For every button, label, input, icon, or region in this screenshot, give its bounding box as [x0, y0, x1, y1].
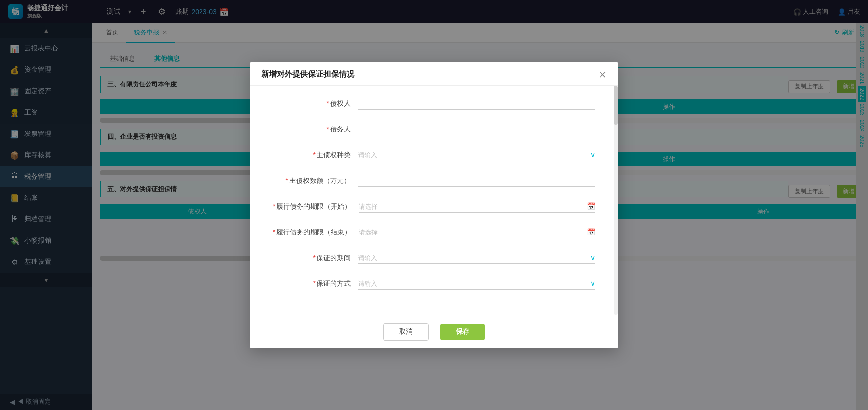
field-creditor[interactable]: [358, 98, 595, 110]
dialog-body: *债权人*债务人*主债权种类∨*主债权数额（万元）*履行债务的期限（开始）📅*履…: [250, 86, 618, 315]
form-row-period_end: *履行债务的期限（结束）📅: [273, 226, 595, 238]
form-row-claim_amount: *主债权数额（万元）: [273, 175, 595, 187]
cancel-button[interactable]: 取消: [383, 323, 429, 341]
form-row-guarantee_period: *保证的期间∨: [273, 252, 595, 264]
field-claim_type[interactable]: [358, 151, 586, 159]
dialog-close-button[interactable]: ✕: [599, 70, 607, 80]
form-row-debtor: *债务人: [273, 123, 595, 135]
calendar-icon-period_start[interactable]: 📅: [587, 202, 595, 210]
form-row-creditor: *债权人: [273, 98, 595, 110]
dialog-header: 新增对外提供保证担保情况 ✕: [250, 62, 618, 86]
save-button[interactable]: 保存: [440, 324, 485, 340]
field-wrap-claim_type: ∨: [358, 149, 595, 161]
form-label-period_end: *履行债务的期限（结束）: [273, 228, 351, 237]
field-claim_amount[interactable]: [358, 175, 595, 187]
form-label-guarantee_method: *保证的方式: [273, 279, 351, 288]
dialog: 新增对外提供保证担保情况 ✕ *债权人*债务人*主债权种类∨*主债权数额（万元）…: [250, 62, 618, 348]
field-wrap-guarantee_period: ∨: [358, 252, 595, 264]
dialog-title: 新增对外提供保证担保情况: [261, 69, 354, 80]
field-wrap-period_end: 📅: [359, 226, 595, 238]
form-row-guarantee_method: *保证的方式∨: [273, 278, 595, 290]
form-label-claim_type: *主债权种类: [273, 151, 351, 160]
field-period_start[interactable]: [359, 202, 583, 210]
field-debtor[interactable]: [358, 123, 595, 135]
field-guarantee_period[interactable]: [358, 254, 586, 262]
form-row-claim_type: *主债权种类∨: [273, 149, 595, 161]
field-wrap-period_start: 📅: [359, 200, 595, 213]
form-label-debtor: *债务人: [273, 125, 351, 134]
dialog-scrollbar[interactable]: [614, 86, 618, 315]
form-label-creditor: *债权人: [273, 99, 351, 108]
form-label-guarantee_period: *保证的期间: [273, 254, 351, 262]
field-period_end[interactable]: [359, 228, 583, 236]
dialog-overlay: 新增对外提供保证担保情况 ✕ *债权人*债务人*主债权种类∨*主债权数额（万元）…: [0, 0, 868, 410]
dropdown-icon-guarantee_period[interactable]: ∨: [590, 254, 595, 262]
dropdown-icon-claim_type[interactable]: ∨: [590, 151, 595, 159]
form-label-claim_amount: *主债权数额（万元）: [273, 177, 351, 185]
calendar-icon-period_end[interactable]: 📅: [587, 228, 595, 236]
form-label-period_start: *履行债务的期限（开始）: [273, 202, 351, 211]
dialog-footer: 取消 保存: [250, 315, 618, 348]
form-row-period_start: *履行债务的期限（开始）📅: [273, 200, 595, 213]
field-wrap-guarantee_method: ∨: [358, 278, 595, 290]
dropdown-icon-guarantee_method[interactable]: ∨: [590, 279, 595, 287]
field-guarantee_method[interactable]: [358, 279, 586, 287]
